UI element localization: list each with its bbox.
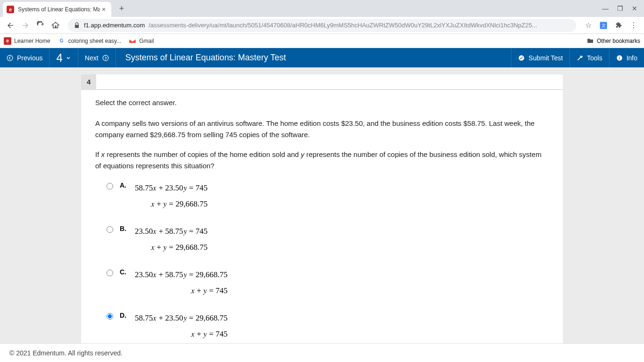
tab-title: Systems of Linear Equations: Ma xyxy=(18,6,100,13)
instruction-text: Select the correct answer. xyxy=(95,99,549,107)
restore-icon[interactable]: ❐ xyxy=(617,5,623,12)
previous-label: Previous xyxy=(17,54,42,62)
answer-c[interactable]: C. 23.50𝑥 + 58.75𝑦 = 29,668.75 𝑥 + 𝑦 = 7… xyxy=(107,267,549,299)
lock-icon xyxy=(74,22,80,29)
url-domain: f1.app.edmentum.com xyxy=(84,22,145,29)
svg-point-3 xyxy=(103,55,108,61)
bookmark-label: Learner Home xyxy=(14,38,50,44)
submit-label: Submit Test xyxy=(528,54,563,62)
svg-text:文: 文 xyxy=(602,23,606,28)
close-window-icon[interactable]: ✕ xyxy=(632,5,637,12)
browser-toolbar: f1.app.edmentum.com/assessments-delivery… xyxy=(0,17,644,34)
radio-a[interactable] xyxy=(107,183,113,189)
menu-icon[interactable]: ⋮ xyxy=(627,19,640,32)
content-area: 4 Select the correct answer. A company s… xyxy=(0,67,644,343)
question-header: 4 xyxy=(81,74,563,90)
bookmark-gmail[interactable]: Gmail xyxy=(129,37,154,45)
problem-text-1: A company sells two versions of an antiv… xyxy=(95,118,549,140)
wrench-icon xyxy=(577,55,583,61)
current-question-number: 4 xyxy=(56,51,62,65)
answer-eq-a: 58.75𝑥 + 23.50𝑦 = 745 𝑥 + 𝑦 = 29,668.75 xyxy=(135,180,207,212)
url-path: /assessments-delivery/ua/mt/launch/5051/… xyxy=(149,22,537,29)
bookmark-label: Other bookmarks xyxy=(597,38,640,44)
folder-icon xyxy=(586,37,594,45)
close-icon[interactable]: × xyxy=(100,6,107,13)
submit-test-button[interactable]: Submit Test xyxy=(511,48,570,67)
window-controls: — ❐ ✕ xyxy=(602,5,644,12)
answer-label-b: B. xyxy=(120,225,128,232)
home-button[interactable] xyxy=(49,19,62,32)
browser-tab-bar: e Systems of Linear Equations: Ma × + — … xyxy=(0,0,644,17)
back-button[interactable] xyxy=(4,19,17,32)
star-icon[interactable]: ☆ xyxy=(582,19,595,32)
next-label: Next xyxy=(85,54,99,62)
info-icon: i xyxy=(616,55,623,61)
bookmark-label: coloring sheet easy... xyxy=(68,38,122,44)
question-card: 4 Select the correct answer. A company s… xyxy=(81,74,563,343)
copyright-text: © 2021 Edmentum. All rights reserved. xyxy=(9,349,123,357)
answer-a[interactable]: A. 58.75𝑥 + 23.50𝑦 = 745 𝑥 + 𝑦 = 29,668.… xyxy=(107,180,549,212)
answer-label-a: A. xyxy=(120,181,128,189)
browser-tab[interactable]: e Systems of Linear Equations: Ma × xyxy=(3,2,111,17)
svg-point-2 xyxy=(7,55,13,61)
radio-c[interactable] xyxy=(107,270,113,276)
footer: © 2021 Edmentum. All rights reserved. xyxy=(0,343,644,362)
page-title: Systems of Linear Equations: Mastery Tes… xyxy=(116,53,511,63)
answer-label-c: C. xyxy=(120,268,128,276)
info-button[interactable]: i Info xyxy=(609,48,644,67)
answer-b[interactable]: B. 23.50𝑥 + 58.75𝑦 = 745 𝑥 + 𝑦 = 29,668.… xyxy=(107,223,549,255)
answer-eq-c: 23.50𝑥 + 58.75𝑦 = 29,668.75 𝑥 + 𝑦 = 745 xyxy=(135,267,228,299)
answer-d[interactable]: D. 58.75𝑥 + 23.50𝑦 = 29,668.75 𝑥 + 𝑦 = 7… xyxy=(107,310,549,342)
new-tab-button[interactable]: + xyxy=(115,2,128,15)
bookmark-learner-home[interactable]: e Learner Home xyxy=(4,37,50,45)
answer-eq-d: 58.75𝑥 + 23.50𝑦 = 29,668.75 𝑥 + 𝑦 = 745 xyxy=(135,310,228,342)
question-number-box: 4 xyxy=(81,74,96,89)
info-label: Info xyxy=(627,54,637,62)
url-bar[interactable]: f1.app.edmentum.com/assessments-delivery… xyxy=(68,19,576,32)
app-header: Previous 4 Next Systems of Linear Equati… xyxy=(0,48,644,67)
question-number-selector[interactable]: 4 xyxy=(50,48,78,67)
check-circle-icon xyxy=(518,55,525,61)
radio-b[interactable] xyxy=(107,226,113,233)
problem-text-2: If x represents the number of copies of … xyxy=(95,149,549,172)
reload-button[interactable] xyxy=(34,19,47,32)
tools-button[interactable]: Tools xyxy=(570,48,609,67)
minimize-icon[interactable]: — xyxy=(602,5,609,12)
forward-button[interactable] xyxy=(19,19,32,32)
extensions-icon[interactable] xyxy=(612,19,625,32)
radio-d[interactable] xyxy=(107,313,113,320)
translate-icon[interactable]: 文 xyxy=(597,19,610,32)
chevron-down-icon xyxy=(66,55,71,61)
edmentum-icon: e xyxy=(4,37,11,45)
bookmark-coloring[interactable]: G coloring sheet easy... xyxy=(58,37,122,45)
question-body: Select the correct answer. A company sel… xyxy=(81,90,563,343)
answer-label-d: D. xyxy=(120,312,128,319)
answer-eq-b: 23.50𝑥 + 58.75𝑦 = 745 𝑥 + 𝑦 = 29,668.75 xyxy=(135,223,207,255)
other-bookmarks[interactable]: Other bookmarks xyxy=(586,37,640,45)
tools-label: Tools xyxy=(587,54,603,62)
bookmarks-bar: e Learner Home G coloring sheet easy... … xyxy=(0,34,644,48)
google-icon: G xyxy=(58,37,66,45)
answer-group: A. 58.75𝑥 + 23.50𝑦 = 745 𝑥 + 𝑦 = 29,668.… xyxy=(107,180,549,342)
bookmark-label: Gmail xyxy=(139,38,154,44)
next-button[interactable]: Next xyxy=(78,48,116,67)
previous-button[interactable]: Previous xyxy=(0,48,50,67)
tab-favicon: e xyxy=(7,6,14,13)
gmail-icon xyxy=(129,37,136,45)
